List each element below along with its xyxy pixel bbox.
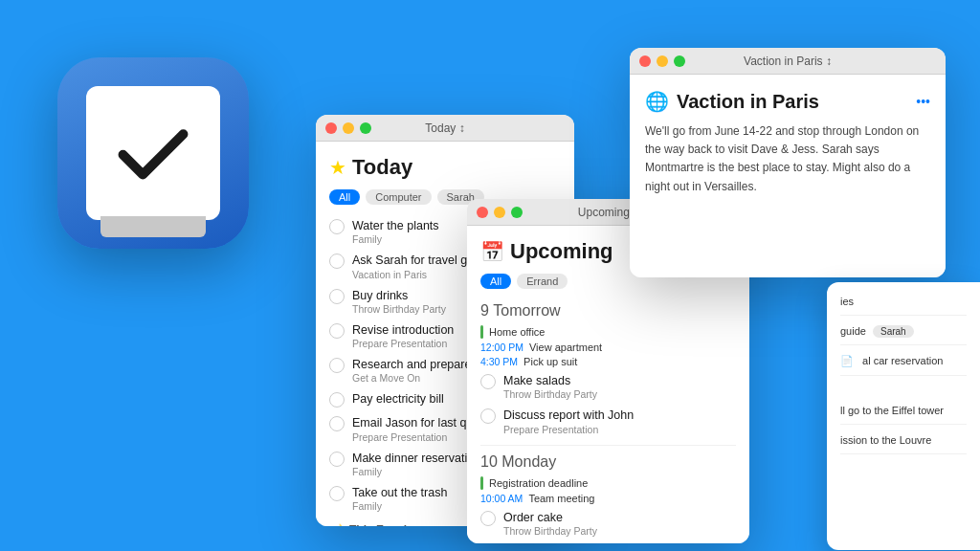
date-section-monday: 10 Monday Registration deadline 10:00 AM…	[480, 453, 736, 537]
traffic-lights	[639, 55, 685, 67]
close-button[interactable]	[325, 122, 337, 134]
task-project: Prepare Presentation	[503, 424, 634, 435]
task-info: Revise introduction Prepare Presentation	[352, 322, 454, 349]
divider	[480, 445, 736, 446]
right-panel-item: ll go to the Eiffel tower	[840, 405, 967, 425]
timed-event: 12:00 PM View apartment	[480, 342, 736, 353]
task-checkbox[interactable]	[329, 219, 345, 234]
task-info: Water the plants Family	[352, 218, 439, 245]
task-name: Discuss report with John	[503, 408, 634, 423]
vacation-window: Vaction in Paris ↕ 🌐 Vaction in Paris ••…	[630, 48, 946, 277]
task-project: Throw Birthday Party	[503, 525, 597, 537]
vacation-more-dots[interactable]: •••	[916, 94, 930, 109]
task-name: Water the plants	[352, 218, 439, 233]
today-window-title: Today ↕	[425, 121, 464, 135]
event-name: Registration deadline	[489, 477, 588, 489]
task-project: Throw Birthday Party	[352, 303, 446, 315]
task-checkbox[interactable]	[480, 374, 496, 389]
vacation-content: 🌐 Vaction in Paris ••• We'll go from Jun…	[630, 75, 946, 277]
maximize-button[interactable]	[674, 55, 685, 67]
right-panel-item: 📄 al car reservation	[840, 355, 967, 376]
vacation-window-content: 🌐 Vaction in Paris ••• We'll go from Jun…	[630, 75, 946, 277]
timed-event: Registration deadline	[480, 476, 736, 490]
event-bar	[480, 476, 483, 490]
calendar-icon: 📅	[480, 240, 504, 263]
traffic-lights	[325, 122, 371, 134]
task-item: Make salads Throw Birthday Party	[480, 373, 736, 400]
task-checkbox[interactable]	[329, 358, 345, 373]
minimize-button[interactable]	[494, 207, 505, 218]
task-name: Take out the trash	[352, 485, 447, 500]
filter-computer[interactable]: Computer	[366, 189, 431, 205]
task-checkbox[interactable]	[329, 323, 345, 339]
task-checkbox[interactable]	[480, 408, 496, 424]
date-number: 9	[480, 302, 489, 319]
close-button[interactable]	[639, 55, 651, 67]
maximize-button[interactable]	[360, 122, 371, 134]
event-name: View apartment	[529, 342, 602, 353]
right-panel-item: guide Sarah	[840, 325, 967, 345]
task-project: Family	[352, 233, 439, 245]
vacation-body-text: We'll go from June 14-22 and stop throug…	[645, 122, 930, 196]
timed-event: 10:00 AM Team meeting	[480, 493, 736, 504]
right-panel-text: guide	[840, 325, 866, 337]
task-name: Order cake	[503, 510, 597, 525]
checkmark-icon	[110, 110, 196, 196]
document-icon: 📄	[840, 355, 854, 366]
today-titlebar: Today ↕	[316, 115, 574, 142]
task-checkbox[interactable]	[329, 253, 345, 269]
task-checkbox[interactable]	[329, 486, 345, 501]
task-name: Pay electricity bill	[352, 391, 444, 407]
task-name: Buy drinks	[352, 288, 446, 303]
right-panel: ies guide Sarah 📄 al car reservation ll …	[827, 282, 980, 550]
today-title: Today	[352, 155, 412, 180]
vacation-window-title: Vaction in Paris ↕	[744, 55, 832, 68]
right-panel-item: ies	[840, 296, 967, 316]
minimize-button[interactable]	[343, 122, 354, 134]
traffic-lights	[477, 207, 523, 218]
date-name: Monday	[501, 453, 556, 470]
globe-icon: 🌐	[645, 90, 669, 113]
upcoming-filter-errand[interactable]: Errand	[517, 274, 568, 289]
task-info: Make salads Throw Birthday Party	[503, 373, 597, 400]
right-panel-text: ission to the Louvre	[840, 434, 931, 446]
task-checkbox[interactable]	[329, 289, 345, 304]
tag-badge: Sarah	[873, 325, 914, 338]
today-header: ★ Today	[329, 155, 561, 180]
task-project: Throw Birthday Party	[503, 388, 597, 400]
task-checkbox[interactable]	[329, 416, 345, 431]
task-checkbox[interactable]	[329, 392, 345, 408]
timed-event: Home office	[480, 325, 736, 339]
event-name: Pick up suit	[523, 356, 577, 367]
event-bar	[480, 325, 483, 339]
task-project: Family	[352, 500, 447, 512]
task-checkbox[interactable]	[329, 452, 345, 467]
task-info: Buy drinks Throw Birthday Party	[352, 288, 446, 315]
task-name: Make dinner reservation	[352, 451, 480, 466]
task-item: Discuss report with John Prepare Present…	[480, 408, 736, 434]
task-project: Prepare Presentation	[352, 338, 454, 349]
event-name: Team meeting	[528, 493, 594, 504]
event-time: 10:00 AM	[480, 493, 523, 504]
event-name: Home office	[489, 326, 546, 338]
close-button[interactable]	[477, 207, 488, 218]
upcoming-filter-all[interactable]: All	[480, 274, 511, 289]
date-name: Tomorrow	[493, 302, 560, 319]
evening-label: This Evening	[349, 523, 421, 526]
event-time: 4:30 PM	[480, 356, 518, 367]
task-project: Family	[352, 466, 480, 477]
task-checkbox[interactable]	[480, 511, 496, 526]
vacation-titlebar: Vaction in Paris ↕	[630, 48, 946, 75]
task-name: Make salads	[503, 373, 597, 388]
task-info: Make dinner reservation Family	[352, 451, 480, 477]
filter-all[interactable]: All	[329, 189, 360, 205]
task-item: Order cake Throw Birthday Party	[480, 510, 736, 537]
vacation-header: 🌐 Vaction in Paris •••	[645, 90, 930, 113]
minimize-button[interactable]	[657, 55, 668, 67]
task-name: Revise introduction	[352, 322, 454, 338]
task-info: Pay electricity bill	[352, 391, 444, 407]
date-header-tomorrow: 9 Tomorrow	[480, 302, 736, 320]
date-header-monday: 10 Monday	[480, 453, 736, 471]
date-number: 10	[480, 453, 498, 470]
maximize-button[interactable]	[511, 207, 523, 218]
